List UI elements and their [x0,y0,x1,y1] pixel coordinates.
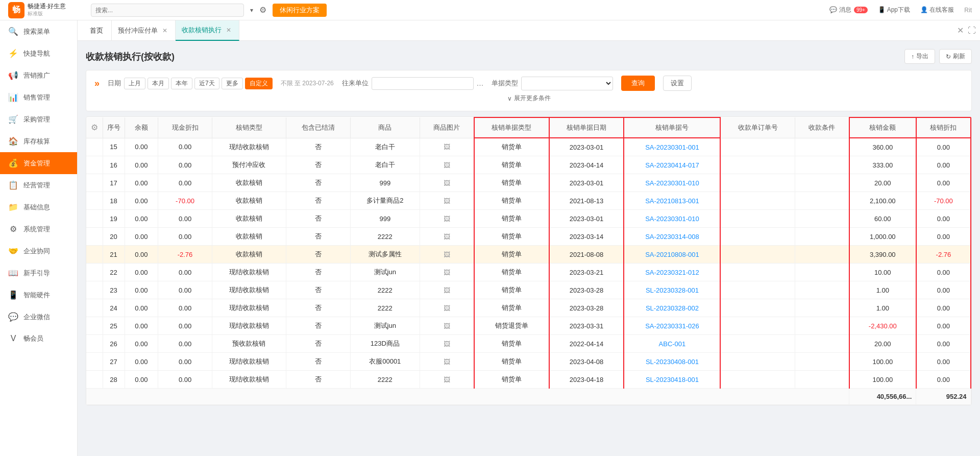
cell-verify-type: 现结收款核销 [212,263,286,281]
settings-icon[interactable]: ⚙ [259,5,266,15]
sidebar-item-purchase[interactable]: 🛒 采购管理 [0,108,77,130]
export-button[interactable]: ↑ 导出 [904,49,935,64]
date-btn-more[interactable]: 更多 [222,78,243,89]
cell-goods: 老白干 [350,138,420,156]
filter-doctype-select[interactable] [521,77,613,90]
sidebar-item-sales[interactable]: 📊 销售管理 [0,86,77,108]
doc-link[interactable]: SA-20230331-026 [645,322,699,330]
sidebar-item-basic-info[interactable]: 📁 基础信息 [0,196,77,218]
cell-included-cleared: 否 [286,299,350,317]
tab-maximize-icon[interactable]: ⛶ [968,26,976,35]
filter-unit-dots[interactable]: ... [477,79,483,88]
cell-goods: 老白干 [350,156,420,174]
cell-verify-doc-no[interactable]: SA-20230414-017 [624,156,720,174]
doc-link[interactable]: ABC-001 [659,340,686,348]
sidebar-item-wechat[interactable]: 💬 企业微信 [0,306,77,328]
sidebar-item-inventory[interactable]: 🏠 库存核算 [0,130,77,152]
cell-included-cleared: 否 [286,138,350,156]
cell-verify-discount: -70.00 [916,192,971,210]
col-goods: 商品 [350,117,420,138]
doc-link[interactable]: SA-20230414-017 [645,161,699,169]
cell-verify-doc-no[interactable]: SL-20230418-001 [624,371,720,389]
tab-verify-close[interactable]: ✕ [225,26,233,34]
cell-verify-doc-no[interactable]: SL-20230328-001 [624,281,720,299]
cell-goods: 多计量商品2 [350,192,420,210]
date-btn-custom[interactable]: 自定义 [245,78,273,89]
cell-verify-doc-type: 销货单 [474,192,549,210]
cell-verify-doc-type: 销货单 [474,281,549,299]
cell-receipt-order-no [720,371,795,389]
cell-verify-discount: 0.00 [916,174,971,192]
tab-home[interactable]: 首页 [82,20,112,41]
tab-verify[interactable]: 收款核销执行 ✕ [176,20,239,41]
cell-verify-doc-no[interactable]: SL-20230408-001 [624,353,720,371]
cell-settings [86,281,103,299]
cell-verify-doc-no[interactable]: SA-20230301-010 [624,174,720,192]
cell-balance: 0.00 [125,263,158,281]
sidebar-item-hardware[interactable]: 📱 智能硬件 [0,284,77,306]
top-dropdown[interactable]: ▾ [250,7,253,14]
expand-more[interactable]: ∨ 展开更多条件 [94,94,963,103]
cell-verify-doc-no[interactable]: SA-20230331-026 [624,317,720,335]
doc-link[interactable]: SA-20230314-008 [645,233,699,241]
sidebar-item-system[interactable]: ⚙ 系统管理 [0,218,77,240]
sidebar-item-collaboration[interactable]: 🤝 企业协同 [0,240,77,262]
top-search-input[interactable] [91,4,244,17]
tab-prepay[interactable]: 预付冲应付单 ✕ [112,20,176,41]
cell-verify-doc-no[interactable]: SA-20230314-008 [624,228,720,246]
refresh-button[interactable]: ↻ 刷新 [939,49,972,64]
doc-link[interactable]: SA-20230301-010 [645,179,699,187]
date-btn-last-month[interactable]: 上月 [124,78,145,89]
collaboration-icon: 🤝 [8,246,18,256]
sidebar-item-vip[interactable]: V 畅会员 [0,328,77,349]
purchase-icon: 🛒 [8,114,18,124]
cell-num: 27 [103,353,125,371]
col-num: 序号 [103,117,125,138]
settings-button[interactable]: 设置 [663,76,692,91]
doc-link[interactable]: SA-20210813-001 [645,197,699,205]
filter-unit-input[interactable] [372,77,474,90]
cell-verify-doc-no[interactable]: SA-20230321-012 [624,263,720,281]
cell-verify-doc-no[interactable]: SA-20230301-010 [624,210,720,228]
query-button[interactable]: 查询 [621,76,655,91]
data-table: ⚙ 序号 余额 现金折扣 核销类型 包含已结清 商品 商品图片 核销单据类型 核… [86,117,971,405]
sidebar-item-guide[interactable]: 📖 新手引导 [0,262,77,284]
sidebar-item-finance[interactable]: 💰 资金管理 [0,152,77,174]
cell-balance: 0.00 [125,138,158,156]
tab-close-all-icon[interactable]: ✕ [957,26,964,35]
cell-verify-doc-no[interactable]: SA-20210813-001 [624,192,720,210]
cell-num: 24 [103,299,125,317]
tab-prepay-close[interactable]: ✕ [161,27,169,35]
doc-link[interactable]: SL-20230418-001 [646,376,699,383]
online-service-link[interactable]: 👤 在线客服 [920,6,954,14]
doc-link[interactable]: SL-20230328-001 [646,286,699,294]
cell-cash-discount: 0.00 [158,281,212,299]
content-area: 首页 预付冲应付单 ✕ 收款核销执行 ✕ ✕ ⛶ 收款核销执行(按收款) ↑ [78,20,980,456]
date-btn-last-7-days[interactable]: 近7天 [194,78,219,89]
sidebar-item-quick-nav[interactable]: ⚡ 快捷导航 [0,42,77,64]
app-download-link[interactable]: 📱 App下载 [878,6,910,14]
sidebar-item-search[interactable]: 🔍 搜索菜单 [0,20,77,42]
doc-link[interactable]: SA-20230301-010 [645,215,699,223]
cell-verify-doc-no[interactable]: SA-20210808-001 [624,246,720,263]
sidebar-item-operations[interactable]: 📋 经营管理 [0,174,77,196]
doc-link[interactable]: SA-20230301-001 [645,143,699,151]
cell-verify-doc-no[interactable]: SL-20230328-002 [624,299,720,317]
doc-link[interactable]: SL-20230328-002 [646,304,699,312]
doc-link[interactable]: SA-20210808-001 [645,251,699,258]
messages-link[interactable]: 💬 消息 99+ [829,6,868,14]
date-btn-this-year[interactable]: 本年 [171,78,192,89]
date-btn-this-month[interactable]: 本月 [148,78,169,89]
cell-verify-doc-no[interactable]: ABC-001 [624,335,720,353]
cell-verify-doc-no[interactable]: SA-20230301-001 [624,138,720,156]
cell-settings [86,371,103,389]
cell-receipt-condition [795,210,849,228]
cell-num: 16 [103,156,125,174]
sidebar-item-marketing[interactable]: 📢 营销推广 [0,64,77,86]
filter-collapse-icon[interactable]: » [94,78,100,89]
solution-button[interactable]: 休闲行业方案 [273,4,327,17]
cell-verify-amount: 20.00 [849,174,916,192]
doc-link[interactable]: SA-20230321-012 [645,269,699,276]
doc-link[interactable]: SL-20230408-001 [646,358,699,366]
col-settings[interactable]: ⚙ [86,117,103,138]
